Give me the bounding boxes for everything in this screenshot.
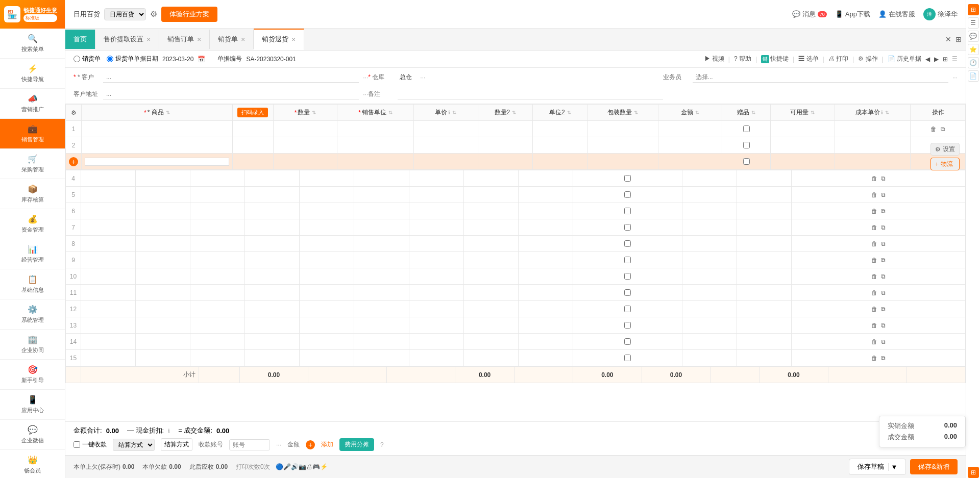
price-cell[interactable] — [414, 121, 478, 137]
price-cell[interactable] — [300, 203, 354, 219]
gift-checkbox[interactable] — [743, 142, 750, 148]
grid-view-btn[interactable]: ⊞ — [943, 56, 948, 63]
qty-cell[interactable] — [190, 219, 245, 236]
address-dots[interactable]: ··· — [363, 91, 368, 98]
copy-icon[interactable]: ⧉ — [881, 338, 886, 345]
cost-price-cell[interactable] — [737, 219, 792, 236]
delete-icon[interactable]: 🗑 — [871, 322, 877, 329]
amount-cell[interactable] — [518, 317, 573, 334]
cost-price-cell[interactable] — [737, 203, 792, 219]
cost-price-cell[interactable] — [835, 137, 911, 154]
right-btn-grid[interactable]: ⊞ — [968, 4, 979, 15]
copy-icon[interactable]: ⧉ — [941, 125, 945, 133]
gift-checkbox[interactable] — [624, 273, 631, 280]
qty2-cell[interactable] — [478, 121, 533, 137]
sidebar-item-member[interactable]: 👑 畅会员 — [0, 450, 65, 478]
price-cell[interactable] — [300, 334, 354, 350]
copy-icon[interactable]: ⧉ — [881, 224, 886, 231]
gift-cell[interactable] — [573, 317, 682, 334]
pack-qty-cell[interactable] — [463, 301, 518, 317]
product-cell[interactable] — [81, 334, 136, 350]
unit2-cell-hl[interactable] — [533, 154, 588, 170]
price-cell[interactable] — [300, 252, 354, 268]
scan-button[interactable]: 扫码录入 — [237, 108, 268, 117]
add-row-btn-cell[interactable]: + — [66, 154, 82, 170]
amount-cell[interactable] — [658, 121, 722, 137]
amount-sort-icon[interactable]: ⇅ — [695, 110, 699, 115]
available-cell[interactable] — [682, 350, 737, 366]
gift-cell[interactable] — [573, 268, 682, 285]
unit-cell[interactable] — [245, 268, 300, 285]
qty-cell[interactable] — [190, 334, 245, 350]
amount-cell[interactable] — [518, 236, 573, 252]
radio-return-input[interactable] — [107, 56, 113, 62]
cost-price-cell[interactable] — [737, 350, 792, 366]
right-btn-doc[interactable]: 📄 — [968, 70, 979, 82]
delete-icon[interactable]: 🗑 — [871, 289, 877, 296]
tab-sales-return[interactable]: 销货退货 ✕ — [254, 29, 304, 50]
tab-home[interactable]: 首页 — [65, 30, 95, 49]
gift-cell-hl[interactable] — [722, 154, 771, 170]
sidebar-item-finance[interactable]: 💰 资金管理 — [0, 209, 65, 239]
qty2-cell[interactable] — [354, 203, 409, 219]
available-cell[interactable] — [682, 219, 737, 236]
save-new-button[interactable]: 保存&新增 — [910, 459, 958, 474]
unit2-cell[interactable] — [409, 268, 463, 285]
sidebar-item-newbie[interactable]: 🎯 新手引导 — [0, 360, 65, 390]
product-cell[interactable] — [82, 121, 233, 137]
unit2-sort-icon[interactable]: ⇅ — [567, 110, 571, 115]
gift-cell[interactable] — [573, 236, 682, 252]
available-cell[interactable] — [682, 317, 737, 334]
tab-sales[interactable]: 销货单 ✕ — [210, 30, 254, 49]
add-row-icon[interactable]: + — [69, 157, 78, 166]
unit2-cell[interactable] — [533, 137, 588, 154]
gift-checkbox-hl[interactable] — [743, 158, 750, 165]
add-logistics-button[interactable]: + 物流 — [930, 158, 960, 170]
available-cell[interactable] — [682, 285, 737, 301]
unit2-cell[interactable] — [409, 317, 463, 334]
qty-cell[interactable] — [190, 252, 245, 268]
salesperson-dots[interactable]: ··· — [952, 74, 958, 81]
cost-price-cell[interactable] — [737, 252, 792, 268]
print-btn[interactable]: 🖨 打印 — [828, 55, 848, 63]
available-sort-icon[interactable]: ⇅ — [811, 110, 815, 115]
gift-cell[interactable] — [722, 137, 771, 154]
calc-method-select[interactable]: 结算方式 — [161, 438, 192, 451]
unit-cell[interactable] — [245, 219, 300, 236]
radio-sales-input[interactable] — [74, 56, 80, 62]
gift-checkbox[interactable] — [624, 322, 631, 329]
gift-cell[interactable] — [573, 170, 682, 187]
gift-cell[interactable] — [573, 187, 682, 203]
gift-checkbox[interactable] — [624, 289, 631, 296]
cost-sort-icon[interactable]: ⇅ — [885, 110, 889, 115]
qty2-cell[interactable] — [354, 268, 409, 285]
settings-button[interactable]: ⚙ 设置 — [930, 143, 960, 156]
right-btn-list[interactable]: ☰ — [968, 17, 979, 29]
unit-cell[interactable] — [245, 187, 300, 203]
delete-icon[interactable]: 🗑 — [930, 125, 937, 133]
cost-price-cell[interactable] — [737, 170, 792, 187]
available-cell[interactable] — [682, 301, 737, 317]
salesperson-input[interactable] — [693, 72, 948, 83]
pack-qty-cell[interactable] — [463, 252, 518, 268]
right-btn-bottom[interactable]: ⊞ — [968, 467, 979, 478]
available-cell[interactable] — [682, 334, 737, 350]
price-cell[interactable] — [300, 268, 354, 285]
tab-sales-order-close[interactable]: ✕ — [197, 37, 201, 42]
th-gear[interactable]: ⚙ — [66, 105, 82, 121]
cost-price-cell[interactable] — [737, 334, 792, 350]
sidebar-item-inventory[interactable]: 📦 库存核算 — [0, 179, 65, 209]
qty2-cell[interactable] — [354, 285, 409, 301]
dropdown-arrow[interactable]: ▼ — [888, 463, 897, 471]
price-cell[interactable] — [300, 219, 354, 236]
price-cell[interactable] — [300, 317, 354, 334]
gift-checkbox[interactable] — [624, 257, 631, 263]
gift-cell[interactable] — [573, 252, 682, 268]
price-cell[interactable] — [300, 301, 354, 317]
gift-checkbox[interactable] — [624, 191, 631, 198]
price-sort-icon[interactable]: ⇅ — [452, 110, 456, 115]
product-cell[interactable] — [81, 203, 136, 219]
sidebar-item-operations[interactable]: 📊 经营管理 — [0, 239, 65, 269]
pack-qty-cell[interactable] — [463, 170, 518, 187]
gift-checkbox[interactable] — [624, 208, 631, 214]
